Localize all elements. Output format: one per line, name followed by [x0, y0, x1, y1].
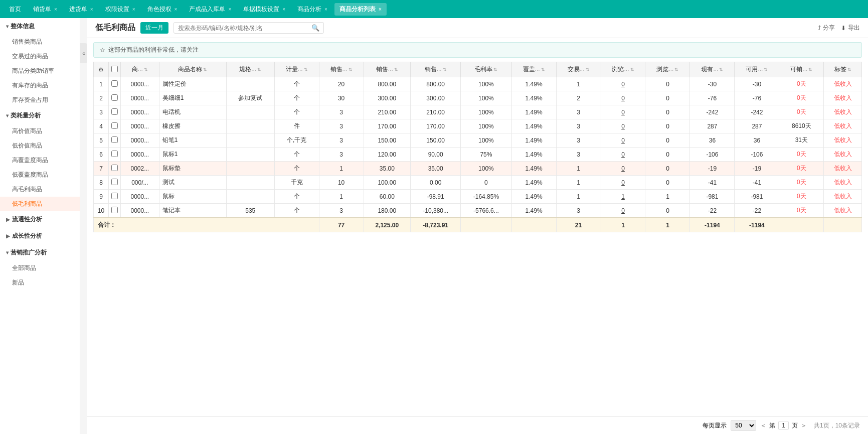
sidebar-item-sales-goods[interactable]: 销售类商品: [0, 35, 80, 49]
row-view1[interactable]: 0: [601, 105, 645, 119]
row-available: -106: [735, 148, 779, 162]
select-all-checkbox[interactable]: [111, 66, 118, 72]
row-view1[interactable]: 0: [601, 91, 645, 105]
row-checkbox[interactable]: [109, 91, 121, 105]
sidebar-item-low-margin[interactable]: 低毛利商品: [0, 197, 80, 211]
nav-analysis-list[interactable]: 商品分析列表 ×: [334, 3, 387, 16]
sidebar-item-stocked-goods[interactable]: 有库存的商品: [0, 78, 80, 93]
current-page[interactable]: 1: [778, 421, 789, 430]
gear-icon[interactable]: ⚙: [98, 66, 104, 73]
col-gear[interactable]: ⚙: [94, 62, 109, 77]
row-view1[interactable]: 0: [601, 133, 645, 148]
col-tag[interactable]: 标签⇅: [824, 62, 862, 77]
sidebar-item-inventory-capital[interactable]: 库存资金占用: [0, 93, 80, 107]
col-code[interactable]: 商...⇅: [121, 62, 159, 77]
row-name[interactable]: 鼠标1: [159, 148, 226, 162]
row-checkbox[interactable]: [109, 204, 121, 218]
row-name[interactable]: 笔记本: [159, 204, 226, 218]
nav-template-settings-close[interactable]: ×: [282, 7, 285, 12]
row-name[interactable]: 鼠标垫: [159, 162, 226, 176]
nav-permissions[interactable]: 权限设置 ×: [100, 3, 140, 16]
row-checkbox[interactable]: [109, 148, 121, 162]
col-sale-qty[interactable]: 销售...⇅: [319, 62, 364, 77]
per-page-label: 每页显示: [703, 421, 727, 430]
col-name[interactable]: 商品名称⇅: [159, 62, 226, 77]
col-sale-profit[interactable]: 销售...⇅: [411, 62, 461, 77]
nav-product-entry[interactable]: 产成品入库单 ×: [184, 3, 236, 16]
sidebar-item-traded-goods[interactable]: 交易过的商品: [0, 49, 80, 64]
row-name[interactable]: 鼠标: [159, 190, 226, 204]
row-name[interactable]: 铅笔1: [159, 133, 226, 148]
nav-product-entry-close[interactable]: ×: [228, 7, 231, 12]
sidebar-item-high-value[interactable]: 高价值商品: [0, 124, 80, 138]
row-view1[interactable]: 0: [601, 204, 645, 218]
sidebar-item-low-value[interactable]: 低价值商品: [0, 138, 80, 153]
row-view1[interactable]: 0: [601, 77, 645, 91]
next-page-btn[interactable]: ＞: [801, 421, 807, 430]
row-checkbox[interactable]: [109, 133, 121, 148]
sidebar-item-category-rate[interactable]: 商品分类助销率: [0, 64, 80, 78]
export-button[interactable]: ⬇ 导出: [841, 24, 860, 32]
nav-template-settings[interactable]: 单据模板设置 ×: [238, 3, 290, 16]
row-name[interactable]: 测试: [159, 176, 226, 190]
sidebar-group-耗量[interactable]: ▾ 类耗量分析: [0, 107, 80, 124]
col-unit[interactable]: 计量...⇅: [274, 62, 319, 77]
row-checkbox[interactable]: [109, 176, 121, 190]
per-page-select[interactable]: 50 100 200: [731, 420, 756, 431]
sidebar-collapse-btn[interactable]: «: [80, 43, 87, 63]
nav-analysis-list-close[interactable]: ×: [379, 7, 382, 12]
nav-home[interactable]: 首页: [4, 3, 26, 16]
row-checkbox[interactable]: [109, 119, 121, 133]
sort-icon: ⇅: [719, 67, 723, 72]
row-view1[interactable]: 0: [601, 119, 645, 133]
col-sale-amount[interactable]: 销售...⇅: [364, 62, 411, 77]
row-name[interactable]: 吴细细1: [159, 91, 226, 105]
nav-purchase[interactable]: 进货单 ×: [64, 3, 98, 16]
col-checkbox[interactable]: [109, 62, 121, 77]
row-checkbox[interactable]: [109, 105, 121, 119]
share-button[interactable]: ⤴ 分享: [818, 24, 835, 32]
nav-product-analysis-close[interactable]: ×: [324, 7, 327, 12]
row-view1[interactable]: 1: [601, 190, 645, 204]
row-checkbox[interactable]: [109, 162, 121, 176]
nav-product-analysis[interactable]: 商品分析 ×: [292, 3, 332, 16]
row-view1[interactable]: 0: [601, 176, 645, 190]
sidebar-item-all-goods[interactable]: 全部商品: [0, 261, 80, 275]
col-available[interactable]: 可用...⇅: [735, 62, 779, 77]
col-saleable[interactable]: 可销...⇅: [779, 62, 824, 77]
row-checkbox[interactable]: [109, 190, 121, 204]
nav-permissions-close[interactable]: ×: [132, 7, 135, 12]
sidebar-item-high-margin[interactable]: 高毛利商品: [0, 182, 80, 197]
row-checkbox[interactable]: [109, 77, 121, 91]
prev-page-btn[interactable]: ＜: [760, 421, 766, 430]
sidebar-group-营销[interactable]: ▾ 营销推广分析: [0, 244, 80, 261]
nav-sales-close[interactable]: ×: [54, 7, 57, 12]
sidebar-item-low-coverage[interactable]: 低覆盖度商品: [0, 168, 80, 182]
col-gross-rate[interactable]: 毛利率⇅: [461, 62, 511, 77]
row-sale-amount: 120.00: [364, 148, 411, 162]
col-spec[interactable]: 规格...⇅: [226, 62, 274, 77]
filter-button[interactable]: 近一月: [140, 22, 168, 34]
row-name[interactable]: 橡皮擦: [159, 119, 226, 133]
nav-role-auth[interactable]: 角色授权 ×: [142, 3, 183, 16]
nav-purchase-close[interactable]: ×: [90, 7, 93, 12]
sidebar-group-成长[interactable]: ▶ 成长性分析: [0, 228, 80, 244]
sidebar-group-流通[interactable]: ▶ 流通性分析: [0, 211, 80, 228]
col-current[interactable]: 现有...⇅: [690, 62, 735, 77]
row-view1[interactable]: 0: [601, 148, 645, 162]
row-gross-rate: 0: [461, 176, 511, 190]
nav-sales[interactable]: 销货单 ×: [28, 3, 62, 16]
col-view1[interactable]: 浏览...⇅: [601, 62, 645, 77]
row-view1[interactable]: 0: [601, 162, 645, 176]
row-name[interactable]: 属性定价: [159, 77, 226, 91]
col-coverage[interactable]: 覆盖...⇅: [511, 62, 556, 77]
row-name[interactable]: 电话机: [159, 105, 226, 119]
search-input[interactable]: [178, 25, 311, 32]
sidebar-item-new-goods[interactable]: 新品: [0, 275, 80, 290]
sidebar-item-high-coverage[interactable]: 高覆盖度商品: [0, 153, 80, 168]
search-box[interactable]: 🔍: [173, 22, 324, 34]
col-trade[interactable]: 交易...⇅: [556, 62, 601, 77]
col-view2[interactable]: 浏览...⇅: [645, 62, 690, 77]
sidebar-group-overall[interactable]: ▾ 整体信息: [0, 18, 80, 35]
nav-role-auth-close[interactable]: ×: [175, 7, 178, 12]
